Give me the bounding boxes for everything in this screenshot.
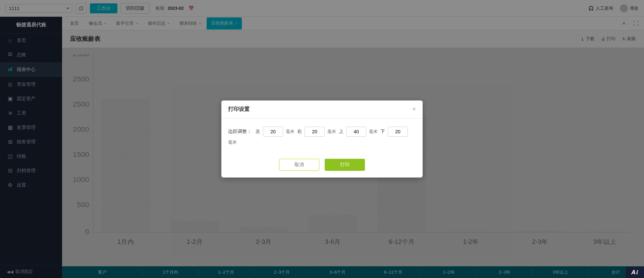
bottom-unit: 毫米	[228, 139, 237, 145]
top-unit: 毫米	[369, 129, 378, 135]
bottom-direction-label: 下	[380, 129, 385, 135]
confirm-print-button[interactable]: 打印	[325, 159, 365, 171]
dialog-footer: 取消 打印	[221, 153, 423, 178]
ai-badge: Ai	[626, 267, 644, 278]
left-unit: 毫米	[286, 129, 294, 135]
left-direction-label: 左	[256, 129, 260, 135]
margin-label: 边距调整：	[228, 129, 252, 135]
right-margin-input[interactable]	[305, 127, 325, 137]
margin-settings-row: 边距调整： 左 毫米 右 毫米 上 毫米 下 毫米	[228, 127, 416, 145]
right-direction-label: 右	[297, 129, 302, 135]
dialog-body: 边距调整： 左 毫米 右 毫米 上 毫米 下 毫米	[221, 119, 423, 153]
left-margin-input[interactable]	[263, 127, 283, 137]
dialog-header: 打印设置 ×	[221, 100, 423, 119]
dialog-title: 打印设置	[228, 106, 250, 113]
right-unit: 毫米	[327, 129, 336, 135]
print-settings-dialog: 打印设置 × 边距调整： 左 毫米 右 毫米 上 毫米 下 毫米 取消 打印	[221, 100, 423, 178]
dialog-overlay[interactable]: 打印设置 × 边距调整： 左 毫米 右 毫米 上 毫米 下 毫米 取消 打印	[0, 0, 644, 278]
top-margin-input[interactable]	[346, 127, 366, 137]
dialog-close-button[interactable]: ×	[412, 106, 416, 113]
bottom-margin-input[interactable]	[388, 127, 408, 137]
top-direction-label: 上	[339, 129, 343, 135]
cancel-button[interactable]: 取消	[279, 159, 319, 171]
